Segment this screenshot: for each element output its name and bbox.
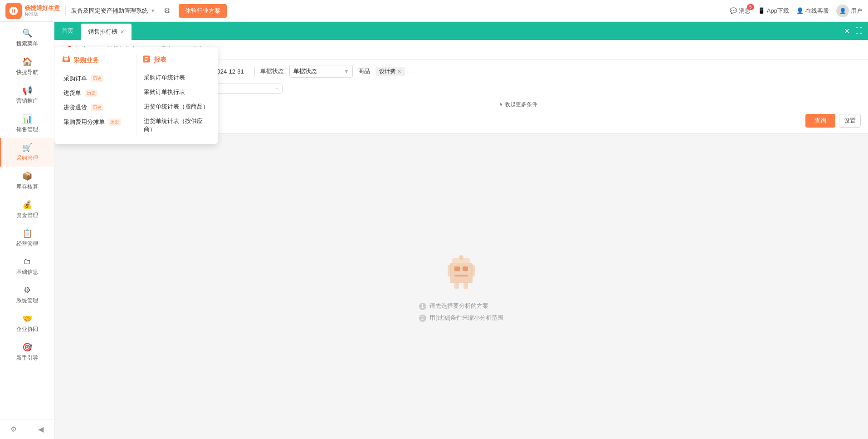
sidebar-item-quick[interactable]: 🏠 快捷导航 <box>0 52 54 81</box>
active-indicator <box>0 138 1 167</box>
empty-hint2: 2 用[过滤]条件来缩小分析范围 <box>419 312 504 324</box>
status-select-arrow: ▼ <box>344 69 349 74</box>
svg-rect-1 <box>454 266 460 271</box>
sidebar-item-enterprise[interactable]: 🤝 企业协同 <box>0 309 54 338</box>
sidebar-item-sales[interactable]: 📊 销售管理 <box>0 109 54 138</box>
dropdown-col-report: 报表 采购订单统计表 采购订单执行表 进货单统计表（按商品） 进货单统计表（按供… <box>142 54 211 137</box>
tab-maximize-btn[interactable]: ⛶ <box>853 25 864 37</box>
logo-line1: 畅捷通好生意 <box>24 5 60 12</box>
basic-icon: 🗂 <box>23 257 31 266</box>
status-label: 单据状态 <box>260 67 284 75</box>
top-bar: 畅捷通好生意 标准版 装备及固定资产辅助管理系统 ▼ ⚙ 体验行业方案 💬 消息… <box>0 0 868 22</box>
dropdown-col2-title: 报表 <box>142 54 211 65</box>
goods-area: 设计费 ✕ ··· <box>375 67 414 76</box>
sidebar-item-operation[interactable]: 📋 经营管理 <box>0 224 54 252</box>
logo-line2: 标准版 <box>24 11 60 17</box>
history-badge-2: 历史 <box>91 104 103 111</box>
tab-home[interactable]: 首页 <box>54 22 81 40</box>
purchase-col-icon <box>62 54 71 66</box>
empty-state: 1 请先选择要分析的方案 2 用[过滤]条件来缩小分析范围 <box>54 133 868 439</box>
purchase-dropdown-menu: 采购业务 采购订单 历史 进货单 历史 进货退货 历史 <box>54 47 218 144</box>
salesperson-select-arrow: ··· <box>274 86 278 91</box>
tab-close-all-btn[interactable]: ✕ <box>842 25 852 37</box>
empty-text: 1 请先选择要分析的方案 2 用[过滤]条件来缩小分析范围 <box>419 300 504 324</box>
top-divider <box>65 5 66 16</box>
tab-sales-rank-label: 销售排行榜 <box>88 28 117 36</box>
sidebar-collapse-btn[interactable]: ◀ <box>38 425 44 434</box>
user-avatar: 👤 <box>836 5 849 17</box>
message-btn[interactable]: 💬 消息 5 <box>730 7 751 15</box>
dropdown-divider <box>136 54 137 137</box>
dropdown-item-report-receipt-supplier[interactable]: 进货单统计表（按供应商） <box>142 114 211 137</box>
marketing-icon: 📢 <box>22 85 32 95</box>
sidebar-item-purchase[interactable]: 🛒 采购管理 <box>0 138 54 167</box>
sidebar-item-search[interactable]: 🔍 搜索菜单 <box>0 24 54 52</box>
svg-point-9 <box>459 255 463 260</box>
dropdown-col-purchase: 采购业务 采购订单 历史 进货单 历史 进货退货 历史 <box>62 54 131 137</box>
sidebar-item-marketing[interactable]: 📢 营销推广 <box>0 81 54 109</box>
industry-button[interactable]: 体验行业方案 <box>179 4 227 18</box>
operation-icon: 📋 <box>22 228 32 238</box>
user-area[interactable]: 👤 用户 <box>836 5 863 17</box>
history-badge-1: 历史 <box>85 89 98 97</box>
collapse-btn[interactable]: ∧ 收起更多条件 <box>499 101 537 109</box>
goods-tag: 设计费 ✕ <box>375 67 405 76</box>
logo-icon <box>5 3 22 19</box>
logo-text: 畅捷通好生意 标准版 <box>24 5 60 17</box>
content-area: 首页 销售排行榜 ✕ ✕ ⛶ ❓ 帮助 🖨 <box>54 22 868 439</box>
online-service-btn[interactable]: 👤 在线客服 <box>796 7 829 15</box>
goods-more-dots[interactable]: ··· <box>407 68 414 75</box>
enterprise-icon: 🤝 <box>22 314 32 324</box>
system-icon: ⚙ <box>24 285 31 295</box>
system-name[interactable]: 装备及固定资产辅助管理系统 ▼ <box>71 7 155 15</box>
collapse-icon: ∧ <box>499 101 503 108</box>
message-badge: 5 <box>747 4 754 10</box>
sidebar-item-finance[interactable]: 💰 资金管理 <box>0 195 54 224</box>
sidebar-item-basic[interactable]: 🗂 基础信息 <box>0 252 54 281</box>
dropdown-item-report-order-exec[interactable]: 采购订单执行表 <box>142 85 211 99</box>
svg-rect-2 <box>463 266 468 271</box>
tab-close-icon[interactable]: ✕ <box>120 29 124 35</box>
status-select[interactable]: 单据状态 ▼ <box>289 65 353 78</box>
tab-home-label: 首页 <box>62 27 73 35</box>
history-badge-3: 历史 <box>108 118 121 126</box>
svg-rect-7 <box>463 282 468 289</box>
svg-rect-5 <box>471 265 475 276</box>
svg-rect-0 <box>450 263 473 283</box>
dropdown-item-purchase-order[interactable]: 采购订单 历史 <box>62 71 131 86</box>
svg-rect-3 <box>454 275 468 276</box>
top-right: 💬 消息 5 📱 App下载 👤 在线客服 👤 用户 <box>730 5 863 17</box>
sidebar-bottom: ⚙ ◀ <box>0 419 54 439</box>
home-icon: 🏠 <box>22 57 32 67</box>
finance-icon: 💰 <box>22 200 32 210</box>
sidebar-item-system[interactable]: ⚙ 系统管理 <box>0 281 54 309</box>
sidebar-settings-btn[interactable]: ⚙ <box>10 425 17 434</box>
settings-small-button[interactable]: 设置 <box>839 114 861 128</box>
dropdown-item-report-order-stat[interactable]: 采购订单统计表 <box>142 70 211 85</box>
sidebar: 🔍 搜索菜单 🏠 快捷导航 📢 营销推广 📊 销售管理 🛒 采购管理 � <box>0 22 54 439</box>
dropdown-item-purchase-return[interactable]: 进货退货 历史 <box>62 100 131 115</box>
dropdown-item-report-receipt-goods[interactable]: 进货单统计表（按商品） <box>142 99 211 114</box>
mobile-icon: 📱 <box>758 7 765 14</box>
search-button[interactable]: 查询 <box>805 114 835 128</box>
dropdown-item-purchase-expense[interactable]: 采购费用分摊单 历史 <box>62 115 131 129</box>
topbar-settings-btn[interactable]: ⚙ <box>161 5 173 17</box>
app-container: 畅捷通好生意 标准版 装备及固定资产辅助管理系统 ▼ ⚙ 体验行业方案 💬 消息… <box>0 0 868 439</box>
app-download-btn[interactable]: 📱 App下载 <box>758 7 789 15</box>
sidebar-item-inventory[interactable]: 📦 库存核算 <box>0 167 54 195</box>
message-icon: 💬 <box>730 7 737 14</box>
history-badge-0: 历史 <box>91 75 103 82</box>
inventory-icon: 📦 <box>22 171 32 181</box>
service-icon: 👤 <box>796 7 804 14</box>
tab-sales-rank[interactable]: 销售排行榜 ✕ <box>81 24 132 40</box>
svg-rect-6 <box>454 282 459 289</box>
svg-rect-4 <box>448 265 451 276</box>
report-col-icon <box>142 54 151 65</box>
dropdown-col1-title: 采购业务 <box>62 54 131 66</box>
goods-tag-close[interactable]: ✕ <box>397 69 401 74</box>
sales-icon: 📊 <box>22 114 32 124</box>
goods-label: 商品 <box>358 67 370 75</box>
dropdown-item-purchase-receipt[interactable]: 进货单 历史 <box>62 86 131 100</box>
empty-hint1: 1 请先选择要分析的方案 <box>419 300 504 312</box>
sidebar-item-newbie[interactable]: 🎯 新手引导 <box>0 338 54 366</box>
